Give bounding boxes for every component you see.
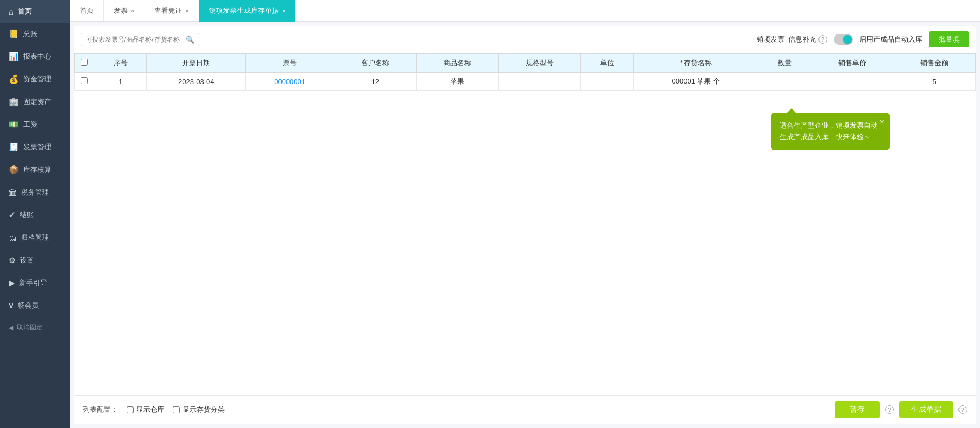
ledger-icon: 📒 [9,29,19,39]
tooltip-box: × 适合生产型企业，销项发票自动生成产成品入库，快来体验～ [771,113,890,150]
col-amount: 销售金额 [893,54,976,73]
pin-button[interactable]: ◀ 取消固定 [0,317,70,337]
sidebar-item-payroll[interactable]: 💵 工资 [0,113,70,136]
tab-home[interactable]: 首页 [70,0,104,22]
search-box[interactable]: 🔍 [81,33,199,46]
tab-invoice-label: 发票 [114,6,128,16]
col-product: 商品名称 [416,54,499,73]
col-seq: 序号 [94,54,147,73]
sidebar-item-label: 总账 [23,29,37,39]
footer-checkbox-group: 显示仓库 显示存货分类 [127,405,225,415]
info-help-icon[interactable]: ? [818,35,827,44]
toolbar-right: 销项发票_信息补充 ? 启用产成品自动入库 批量填 [757,31,969,47]
reports-icon: 📊 [9,52,19,61]
tab-stock-close[interactable]: × [282,8,285,14]
sidebar-item-label: 报表中心 [23,52,51,61]
select-all-checkbox[interactable] [81,59,88,66]
footer-right: 暂存 ? 生成单据 ? [835,401,967,418]
tab-voucher-label: 查看凭证 [154,6,182,16]
payroll-icon: 💵 [9,120,19,129]
sidebar-item-archive[interactable]: 🗂 归档管理 [0,226,70,249]
cell-date: 2023-03-04 [147,73,246,91]
col-unit-price: 销售单价 [811,54,893,73]
cell-stock-name[interactable]: 000001 苹果 个 [634,73,758,91]
closing-icon: ✔ [9,210,16,220]
show-category-checkbox[interactable] [173,406,180,413]
info-label: 销项发票_信息补充 ? [757,34,827,44]
tabs-bar: 首页 发票 × 查看凭证 × 销项发票生成库存单据 × [70,0,980,22]
main-area: 首页 发票 × 查看凭证 × 销项发票生成库存单据 × 🔍 销项发票_信息补充 … [70,0,980,428]
sidebar-item-ledger[interactable]: 📒 总账 [0,23,70,45]
sidebar-item-funds[interactable]: 💰 资金管理 [0,68,70,91]
col-stock-name: *存货名称 [634,54,758,73]
sidebar-item-label: 新手引导 [19,278,47,288]
table-container: 序号 开票日期 票号 客户名称 商品名称 规格型号 单位 *存货名称 数量 销售… [74,53,976,395]
col-unit: 单位 [580,54,633,73]
tab-invoice[interactable]: 发票 × [104,0,144,22]
sidebar-item-inventory[interactable]: 📦 库存核算 [0,158,70,181]
sidebar-item-label: 工资 [23,120,37,129]
tab-voucher[interactable]: 查看凭证 × [144,0,199,22]
tab-stock-label: 销项发票生成库存单据 [209,6,279,16]
sidebar-item-label: 发票管理 [23,142,51,152]
row-checkbox-cell [75,73,94,91]
invoice-mgmt-icon: 🧾 [9,142,19,152]
guide-icon: ▶ [9,278,15,288]
tab-voucher-close[interactable]: × [185,8,188,14]
cell-amount: 5 [893,73,976,91]
funds-icon: 💰 [9,74,19,84]
cell-customer: 12 [334,73,417,91]
show-warehouse-checkbox[interactable] [127,406,134,413]
tab-invoice-close[interactable]: × [131,8,134,14]
auto-warehouse-toggle[interactable] [834,34,853,45]
save-help-icon[interactable]: ? [885,405,894,414]
sidebar-item-tax[interactable]: 🏛 税务管理 [0,181,70,204]
sidebar-item-assets[interactable]: 🏢 固定资产 [0,91,70,113]
cell-unit-price[interactable] [811,73,893,91]
show-warehouse-label: 显示仓库 [136,405,164,415]
generate-help-icon[interactable]: ? [958,405,967,414]
tab-stock[interactable]: 销项发票生成库存单据 × [199,0,296,22]
col-customer: 客户名称 [334,54,417,73]
pin-icon: ◀ [9,324,13,332]
sidebar-item-vip[interactable]: V 畅会员 [0,294,70,317]
settings-icon: ⚙ [9,256,16,265]
search-input[interactable] [86,36,184,43]
cell-invoice-no[interactable]: 00000001 [246,73,334,91]
cell-quantity[interactable] [758,73,811,91]
tooltip-text: 适合生产型企业，销项发票自动生成产成品入库，快来体验～ [780,121,878,141]
toggle-label: 启用产成品自动入库 [859,34,922,44]
inventory-icon: 📦 [9,165,19,175]
sidebar-item-settings[interactable]: ⚙ 设置 [0,249,70,272]
sidebar-item-label: 库存核算 [23,165,51,175]
row-checkbox[interactable] [81,77,88,84]
invoice-no-link[interactable]: 00000001 [274,78,305,86]
save-button[interactable]: 暂存 [835,401,880,418]
search-icon: 🔍 [186,36,194,44]
sidebar: ⌂ 首页 📒 总账 📊 报表中心 💰 资金管理 🏢 固定资产 💵 工资 🧾 发票… [0,0,70,428]
cell-seq: 1 [94,73,147,91]
show-category-checkbox-label[interactable]: 显示存货分类 [173,405,225,415]
archive-icon: 🗂 [9,233,17,243]
col-date: 开票日期 [147,54,246,73]
required-star: * [680,59,683,67]
sidebar-item-label: 结账 [20,210,34,220]
generate-button[interactable]: 生成单据 [899,401,953,418]
batch-fill-button[interactable]: 批量填 [929,31,969,47]
home-icon: ⌂ [9,7,13,16]
cell-unit [580,73,633,91]
sidebar-item-home[interactable]: ⌂ 首页 [0,0,70,23]
toggle-knob [843,35,852,44]
sidebar-item-reports[interactable]: 📊 报表中心 [0,45,70,68]
sidebar-item-closing[interactable]: ✔ 结账 [0,204,70,226]
col-invoice-no: 票号 [246,54,334,73]
sidebar-item-label: 归档管理 [21,233,49,243]
cell-spec [499,73,581,91]
sidebar-item-label: 首页 [18,6,32,16]
col-quantity: 数量 [758,54,811,73]
show-warehouse-checkbox-label[interactable]: 显示仓库 [127,405,164,415]
sidebar-item-guide[interactable]: ▶ 新手引导 [0,272,70,294]
footer-config-label: 列表配置： [83,405,118,415]
tooltip-close-button[interactable]: × [880,116,884,128]
sidebar-item-invoice-mgmt[interactable]: 🧾 发票管理 [0,136,70,158]
